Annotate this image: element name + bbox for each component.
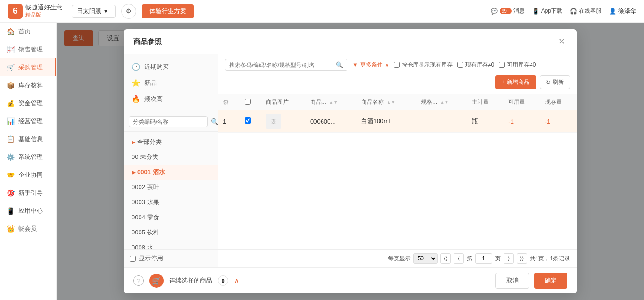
sidebar-item-finance[interactable]: 💰 资金管理 bbox=[0, 94, 56, 112]
cart-label: 连续选择的商品 bbox=[169, 276, 212, 285]
chevron-up-icon: ∧ bbox=[385, 62, 389, 68]
guide-icon: 🎯 bbox=[7, 189, 15, 197]
table-settings-icon[interactable]: ⚙ bbox=[223, 99, 229, 106]
td-spec bbox=[416, 110, 467, 133]
warehouse-stock-checkbox-label: 按仓库显示现有库存 bbox=[394, 61, 453, 69]
sidebar-item-basics[interactable]: 📋 基础信息 bbox=[0, 130, 56, 148]
row-checkbox[interactable] bbox=[245, 117, 251, 124]
modal-close-button[interactable]: ✕ bbox=[556, 36, 567, 47]
inventory-icon: 📦 bbox=[7, 82, 15, 89]
td-available: -1 bbox=[504, 110, 540, 133]
frequent-tab[interactable]: 🔥 频次高 bbox=[124, 91, 218, 107]
store-name: 日太阳膜 bbox=[77, 7, 101, 16]
prev-page-button[interactable]: ⟨ bbox=[454, 253, 464, 264]
product-search-input[interactable] bbox=[229, 62, 333, 68]
sidebar-item-apps[interactable]: 📱 应用中心 bbox=[0, 202, 56, 220]
sidebar-item-home[interactable]: 🏠 首页 bbox=[0, 23, 56, 41]
user-area[interactable]: 👤 徐泽华 bbox=[609, 7, 636, 16]
category-search-icon[interactable]: 🔍 bbox=[211, 118, 219, 125]
category-item-unclassified[interactable]: 00 未分类 bbox=[124, 150, 218, 165]
warehouse-stock-checkbox[interactable] bbox=[394, 62, 400, 68]
stock-nonzero-checkbox[interactable] bbox=[457, 62, 463, 68]
message-label: 消息 bbox=[513, 7, 525, 15]
app-download-button[interactable]: 📱 App下载 bbox=[532, 7, 562, 15]
product-reference-modal: 商品参照 ✕ 🕐 近期购买 ⭐ 新 bbox=[124, 29, 577, 293]
stock-nonzero-checkbox-label: 现有库存≠0 bbox=[457, 61, 494, 69]
show-disabled-label: 显示停用 bbox=[139, 254, 163, 263]
sidebar-item-inventory[interactable]: 📦 库存核算 bbox=[0, 76, 56, 94]
collapse-icon[interactable]: ∧ bbox=[234, 276, 239, 285]
footer-buttons: 取消 确定 bbox=[495, 273, 567, 289]
per-page-select[interactable]: 50 10 20 100 bbox=[413, 253, 438, 264]
select-all-checkbox[interactable] bbox=[245, 99, 251, 105]
table-row: 1 🖼 000600... 白酒100ml bbox=[218, 110, 577, 133]
category-label: 00 未分类 bbox=[132, 153, 158, 161]
arrow-icon: ▶ bbox=[132, 139, 135, 145]
trial-button[interactable]: 体验行业方案 bbox=[142, 4, 194, 18]
sidebar-item-system[interactable]: ⚙️ 系统管理 bbox=[0, 148, 56, 166]
td-checkbox bbox=[240, 110, 262, 133]
customer-service-button[interactable]: 🎧 在线客服 bbox=[570, 7, 602, 15]
first-page-button[interactable]: ⟨⟨ bbox=[440, 253, 451, 264]
category-item-tea[interactable]: 0002 茶叶 bbox=[124, 180, 218, 195]
th-spec: 规格... ▲▼ bbox=[416, 94, 467, 110]
cart-count: 0 bbox=[218, 275, 228, 286]
chevron-down-icon: ▾ bbox=[104, 8, 107, 15]
category-item-snack[interactable]: 0004 零食 bbox=[124, 210, 218, 225]
sidebar-item-operations[interactable]: 📊 经营管理 bbox=[0, 112, 56, 130]
app-label: App下载 bbox=[541, 7, 562, 15]
top-nav: 6 畅捷通好生意 精品版 日太阳膜 ▾ ⚙ 体验行业方案 💬 99+ 消息 📱 … bbox=[0, 0, 644, 23]
next-page-button[interactable]: ⟩ bbox=[504, 253, 514, 264]
category-search-input[interactable] bbox=[129, 116, 208, 127]
main-layout: 🏠 首页 📈 销售管理 🛒 采购管理 📦 库存核算 💰 资金管理 📊 经营管理 … bbox=[0, 23, 644, 300]
category-list: ▶ 全部分类 00 未分类 ▶ 0001 酒水 0002 茶 bbox=[124, 132, 218, 249]
recent-purchase-tab[interactable]: 🕐 近期购买 bbox=[124, 59, 218, 75]
available-nonzero-checkbox[interactable] bbox=[499, 62, 505, 68]
more-filter-button[interactable]: ▼ 更多条件 ∧ bbox=[352, 61, 389, 69]
refresh-button[interactable]: ↻ 刷新 bbox=[540, 75, 570, 89]
category-item-drink[interactable]: 0005 饮料 bbox=[124, 225, 218, 240]
sidebar-item-guide[interactable]: 🎯 新手引导 bbox=[0, 184, 56, 202]
clock-icon: 🕐 bbox=[132, 63, 140, 71]
cancel-button[interactable]: 取消 bbox=[495, 273, 529, 289]
sidebar-item-collab[interactable]: 🤝 企业协同 bbox=[0, 166, 56, 184]
help-button[interactable]: ? bbox=[133, 275, 144, 286]
finance-icon: 💰 bbox=[7, 100, 15, 107]
warehouse-stock-text: 按仓库显示现有库存 bbox=[402, 61, 453, 69]
new-products-tab[interactable]: ⭐ 新品 bbox=[124, 75, 218, 91]
operations-icon: 📊 bbox=[7, 117, 15, 125]
last-page-button[interactable]: ⟩⟩ bbox=[517, 253, 527, 264]
app-icon: 📱 bbox=[532, 8, 539, 15]
sidebar-item-label: 新手引导 bbox=[18, 189, 43, 197]
cart-icon[interactable]: 🛒 bbox=[149, 274, 164, 288]
category-label: 0004 零食 bbox=[132, 213, 159, 222]
total-info: 共1页，1条记录 bbox=[530, 255, 570, 263]
toolbar-right-buttons: + 新增商品 ↻ 刷新 bbox=[495, 75, 570, 89]
category-search-bar: 🔍 bbox=[124, 112, 218, 132]
fire-icon: 🔥 bbox=[132, 95, 140, 103]
sidebar-item-label: 系统管理 bbox=[18, 153, 43, 161]
store-selector[interactable]: 日太阳膜 ▾ bbox=[72, 5, 116, 18]
sidebar-item-purchase[interactable]: 🛒 采购管理 bbox=[0, 58, 56, 76]
category-item-all[interactable]: ▶ 全部分类 bbox=[124, 134, 218, 150]
per-page-label: 每页显示 bbox=[388, 255, 411, 263]
stock-nonzero-text: 现有库存≠0 bbox=[465, 61, 494, 69]
product-search-bar: 🔍 bbox=[225, 59, 347, 71]
category-item-liquor[interactable]: ▶ 0001 酒水 bbox=[124, 165, 218, 180]
th-spec-label: 规格... bbox=[421, 99, 437, 105]
show-disabled-checkbox[interactable] bbox=[130, 256, 136, 262]
confirm-button[interactable]: 确定 bbox=[534, 273, 567, 289]
sidebar-item-sales[interactable]: 📈 销售管理 bbox=[0, 41, 56, 58]
settings-button[interactable]: ⚙ bbox=[121, 4, 136, 19]
page-input[interactable] bbox=[475, 253, 492, 264]
messages-button[interactable]: 💬 99+ 消息 bbox=[491, 7, 525, 15]
add-product-button[interactable]: + 新增商品 bbox=[495, 75, 536, 89]
th-name-label: 商品名称 bbox=[361, 99, 384, 105]
sidebar-item-member[interactable]: 👑 畅会员 bbox=[0, 220, 56, 238]
category-item-water[interactable]: 0008 水 bbox=[124, 240, 218, 249]
modal-title: 商品参照 bbox=[133, 37, 162, 46]
category-item-fruit[interactable]: 0003 水果 bbox=[124, 195, 218, 210]
sales-icon: 📈 bbox=[7, 46, 15, 53]
td-stock: -1 bbox=[540, 110, 577, 133]
td-image: 🖼 bbox=[261, 110, 305, 133]
